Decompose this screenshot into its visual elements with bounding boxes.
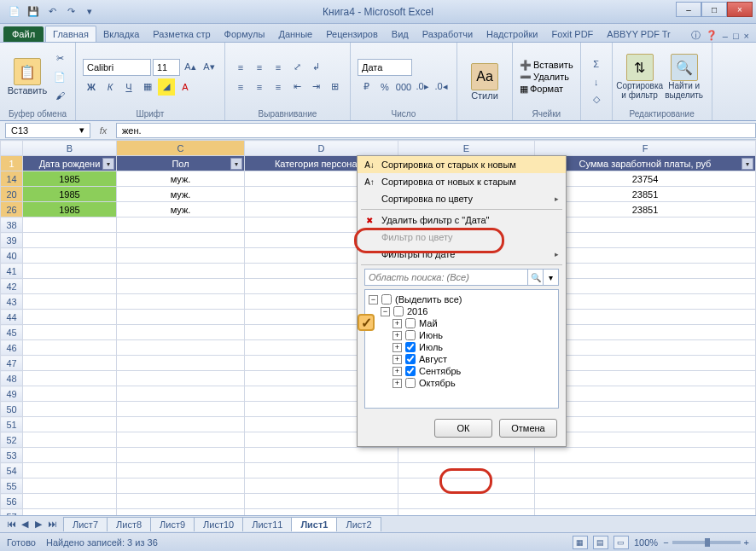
month-checkbox[interactable] xyxy=(405,366,416,376)
tab-data[interactable]: Данные xyxy=(271,26,319,42)
row-header[interactable]: 38 xyxy=(1,218,23,233)
decrease-font-icon[interactable]: A▾ xyxy=(201,59,218,76)
format-painter-icon[interactable]: 🖌 xyxy=(51,87,68,104)
expand-icon[interactable]: + xyxy=(393,367,402,376)
sheet-tab[interactable]: Лист9 xyxy=(150,517,195,531)
minimize-button[interactable]: – xyxy=(676,2,701,17)
row-header[interactable]: 46 xyxy=(1,340,23,356)
italic-button[interactable]: К xyxy=(102,78,119,96)
tab-view[interactable]: Вид xyxy=(385,26,416,42)
tab-insert[interactable]: Вкладка xyxy=(96,26,146,42)
align-center-icon[interactable]: ≡ xyxy=(251,78,268,96)
fx-icon[interactable]: fx xyxy=(90,125,116,136)
next-sheet-icon[interactable]: ▶ xyxy=(32,519,44,530)
cell[interactable]: 23851 xyxy=(535,187,756,202)
tab-review[interactable]: Рецензиров xyxy=(319,26,385,42)
redo-icon[interactable]: ↷ xyxy=(63,4,79,20)
expand-icon[interactable]: + xyxy=(393,355,402,364)
border-icon[interactable]: ▦ xyxy=(139,78,156,96)
cell[interactable]: 1985 xyxy=(23,171,117,187)
col-header[interactable]: F xyxy=(535,141,756,156)
row-header[interactable]: 1 xyxy=(1,156,23,171)
doc-max-icon[interactable]: □ xyxy=(733,31,739,41)
cancel-button[interactable]: Отмена xyxy=(499,419,557,438)
prev-sheet-icon[interactable]: ◀ xyxy=(19,519,31,530)
row-header[interactable]: 26 xyxy=(1,202,23,218)
sort-ascending-item[interactable]: A↓Сортировка от старых к новым xyxy=(358,156,566,173)
save-icon[interactable]: 💾 xyxy=(26,4,41,20)
maximize-button[interactable]: □ xyxy=(701,2,727,17)
expand-icon[interactable]: + xyxy=(393,379,402,388)
date-filters-item[interactable]: Фильтры по дате▸ xyxy=(358,246,566,263)
fill-color-icon[interactable]: ◢ xyxy=(158,78,175,96)
clear-icon[interactable]: ◇ xyxy=(588,91,605,108)
find-select-button[interactable]: 🔍 Найти и выделить xyxy=(664,46,705,107)
cell[interactable]: муж. xyxy=(117,171,245,187)
number-format-combo[interactable]: Дата xyxy=(358,59,412,76)
font-name-combo[interactable]: Calibri xyxy=(83,59,151,76)
tab-addins[interactable]: Надстройки xyxy=(480,26,544,42)
select-all-checkbox[interactable] xyxy=(381,294,392,304)
row-header[interactable]: 53 xyxy=(1,448,23,463)
undo-icon[interactable]: ↶ xyxy=(44,4,60,20)
zoom-in-icon[interactable]: + xyxy=(744,537,749,548)
month-checkbox[interactable] xyxy=(405,330,416,340)
tab-developer[interactable]: Разработчи xyxy=(416,26,480,42)
minimize-ribbon-icon[interactable]: ⓘ xyxy=(691,29,701,42)
month-checkbox[interactable] xyxy=(405,342,416,352)
search-drop-icon[interactable]: ▾ xyxy=(544,269,559,286)
row-header[interactable]: 49 xyxy=(1,386,23,402)
filter-values-tree[interactable]: −(Выделить все) −2016 +Май+Июнь+Июль+Авг… xyxy=(364,289,559,409)
sheet-tab[interactable]: Лист7 xyxy=(63,517,108,531)
tab-foxit[interactable]: Foxit PDF xyxy=(544,26,600,42)
tab-layout[interactable]: Разметка стр xyxy=(146,26,217,42)
collapse-icon[interactable]: − xyxy=(381,307,390,316)
font-color-icon[interactable]: A xyxy=(177,78,194,96)
row-header[interactable]: 52 xyxy=(1,432,23,448)
cell[interactable]: 23754 xyxy=(535,171,756,187)
row-header[interactable]: 40 xyxy=(1,248,23,264)
help-icon[interactable]: ❓ xyxy=(706,30,718,41)
row-header[interactable]: 56 xyxy=(1,494,23,509)
percent-icon[interactable]: % xyxy=(376,78,393,96)
tab-abbyy[interactable]: ABBYY PDF Tr xyxy=(600,26,677,42)
expand-icon[interactable]: + xyxy=(393,343,402,352)
row-header[interactable]: 44 xyxy=(1,310,23,325)
qat-more-icon[interactable]: ▾ xyxy=(82,4,97,20)
row-header[interactable]: 41 xyxy=(1,264,23,279)
month-checkbox[interactable] xyxy=(405,378,416,388)
name-box[interactable]: C13▾ xyxy=(5,123,90,138)
cell[interactable]: 1985 xyxy=(23,187,117,202)
align-top-icon[interactable]: ≡ xyxy=(232,59,249,76)
sheet-tab[interactable]: Лист11 xyxy=(242,517,292,531)
indent-icon[interactable]: ⇥ xyxy=(307,78,324,96)
row-header[interactable]: 43 xyxy=(1,294,23,310)
select-all-corner[interactable] xyxy=(1,141,23,156)
insert-cells-button[interactable]: ➕Вставить xyxy=(520,60,573,71)
last-sheet-icon[interactable]: ⏭ xyxy=(46,519,58,530)
underline-button[interactable]: Ч xyxy=(120,78,137,96)
row-header[interactable]: 51 xyxy=(1,417,23,432)
row-header[interactable]: 14 xyxy=(1,171,23,187)
fill-down-icon[interactable]: ↓ xyxy=(588,73,605,90)
clear-filter-item[interactable]: ✖Удалить фильтр с "Дата" xyxy=(358,212,566,229)
first-sheet-icon[interactable]: ⏮ xyxy=(5,519,17,530)
styles-button[interactable]: Aa Стили xyxy=(464,46,505,117)
month-checkbox[interactable] xyxy=(405,318,416,328)
filter-header[interactable]: Дата рождени▾ xyxy=(23,156,117,171)
sort-filter-button[interactable]: ⇅ Сортировка и фильтр xyxy=(619,46,660,107)
orientation-icon[interactable]: ⤢ xyxy=(288,59,305,76)
delete-cells-button[interactable]: ➖Удалить xyxy=(520,72,573,83)
search-icon[interactable]: 🔍 xyxy=(528,269,544,286)
cut-icon[interactable]: ✂ xyxy=(51,49,68,67)
incr-decimal-icon[interactable]: .0▸ xyxy=(414,78,431,96)
zoom-slider[interactable]: − + xyxy=(663,537,749,548)
cell[interactable]: муж. xyxy=(117,187,245,202)
merge-icon[interactable]: ⊞ xyxy=(326,78,343,96)
expand-icon[interactable]: + xyxy=(393,331,402,340)
row-header[interactable]: 55 xyxy=(1,478,23,494)
sheet-tab[interactable]: Лист8 xyxy=(107,517,151,531)
row-header[interactable]: 42 xyxy=(1,279,23,294)
cell[interactable]: 1985 xyxy=(23,202,117,218)
row-header[interactable]: 47 xyxy=(1,356,23,371)
